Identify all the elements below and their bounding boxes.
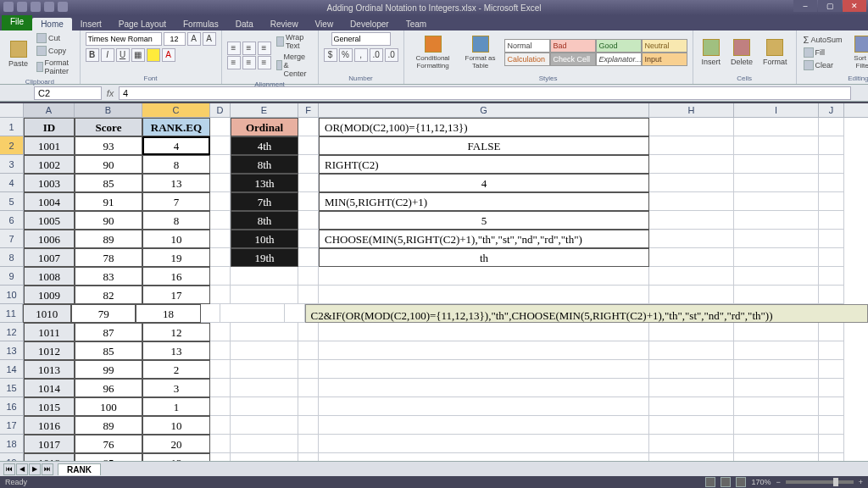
qat-icon[interactable] bbox=[44, 2, 54, 12]
cell[interactable] bbox=[231, 397, 298, 416]
cell[interactable] bbox=[210, 267, 231, 286]
formula-input[interactable] bbox=[119, 86, 851, 100]
font-size-select[interactable] bbox=[164, 32, 186, 46]
tab-developer[interactable]: Developer bbox=[342, 18, 398, 30]
cell[interactable] bbox=[319, 341, 649, 360]
row-header[interactable]: 15 bbox=[0, 379, 24, 397]
sheet-last-button[interactable]: ⏭ bbox=[42, 463, 53, 475]
cell[interactable] bbox=[210, 118, 231, 136]
cell[interactable] bbox=[649, 248, 734, 267]
cell[interactable] bbox=[734, 360, 819, 379]
cell-formula[interactable]: CHOOSE(MIN(5,RIGHT(C2)+1),"th","st","nd"… bbox=[319, 230, 649, 248]
cell-id[interactable]: 1006 bbox=[24, 230, 75, 248]
cell[interactable] bbox=[298, 341, 319, 360]
cell[interactable] bbox=[231, 379, 298, 397]
cell-rank[interactable]: 8 bbox=[142, 155, 210, 174]
row-header[interactable]: 12 bbox=[0, 323, 24, 341]
row-header[interactable]: 17 bbox=[0, 416, 24, 435]
column-header-g[interactable]: G bbox=[319, 103, 649, 117]
zoom-in-button[interactable]: + bbox=[859, 478, 863, 486]
fill-button[interactable]: Fill bbox=[802, 47, 844, 58]
cell[interactable] bbox=[231, 267, 298, 286]
cell-rank[interactable]: 4 bbox=[142, 136, 210, 155]
zoom-out-button[interactable]: − bbox=[776, 478, 780, 486]
cell[interactable] bbox=[319, 435, 649, 453]
row-header[interactable]: 11 bbox=[0, 304, 23, 323]
cell-ordinal[interactable]: 8th bbox=[231, 155, 298, 174]
cell[interactable] bbox=[819, 118, 844, 136]
cell-score[interactable]: 90 bbox=[75, 211, 142, 230]
cell[interactable] bbox=[298, 136, 319, 155]
cell[interactable] bbox=[319, 416, 649, 435]
cell[interactable] bbox=[734, 435, 819, 453]
cell-formula[interactable]: 5 bbox=[319, 211, 649, 230]
cell-score[interactable]: 99 bbox=[75, 360, 142, 379]
sheet-next-button[interactable]: ▶ bbox=[29, 463, 41, 475]
cell-id[interactable]: 1013 bbox=[24, 360, 75, 379]
cell-score[interactable]: 91 bbox=[75, 192, 142, 211]
cell[interactable] bbox=[210, 174, 231, 192]
redo-icon[interactable] bbox=[31, 2, 41, 12]
header-score[interactable]: Score bbox=[75, 118, 142, 136]
cell-id[interactable]: 1004 bbox=[24, 192, 75, 211]
cell-formula[interactable]: MIN(5,RIGHT(C2)+1) bbox=[319, 192, 649, 211]
column-header-i[interactable]: I bbox=[734, 103, 819, 117]
undo-icon[interactable] bbox=[17, 2, 27, 12]
font-color-button[interactable]: A bbox=[162, 48, 175, 62]
cell[interactable] bbox=[649, 118, 734, 136]
save-icon[interactable] bbox=[3, 2, 14, 12]
cell-rank[interactable]: 10 bbox=[142, 230, 210, 248]
cell[interactable] bbox=[210, 323, 231, 341]
cell-ordinal[interactable]: 19th bbox=[231, 248, 298, 267]
maximize-button[interactable]: ▢ bbox=[818, 0, 842, 12]
cell-score[interactable]: 82 bbox=[75, 286, 142, 304]
cell-rank[interactable]: 19 bbox=[142, 248, 210, 267]
cell[interactable] bbox=[231, 435, 298, 453]
cell-score[interactable]: 89 bbox=[75, 416, 142, 435]
style-bad[interactable]: Bad bbox=[550, 39, 596, 53]
cell[interactable] bbox=[210, 379, 231, 397]
currency-button[interactable]: $ bbox=[324, 48, 337, 62]
column-header-h[interactable]: H bbox=[649, 103, 734, 117]
cell[interactable] bbox=[734, 379, 819, 397]
cell[interactable] bbox=[210, 136, 231, 155]
cell-rank[interactable]: 13 bbox=[142, 341, 210, 360]
cell[interactable] bbox=[319, 286, 649, 304]
cell-id[interactable]: 1016 bbox=[24, 416, 75, 435]
tab-page-layout[interactable]: Page Layout bbox=[110, 18, 175, 30]
row-header[interactable]: 1 bbox=[0, 118, 24, 136]
cell-id[interactable]: 1007 bbox=[24, 248, 75, 267]
copy-button[interactable]: Copy bbox=[35, 45, 75, 57]
shrink-font-button[interactable]: A bbox=[203, 32, 216, 46]
row-header[interactable]: 14 bbox=[0, 360, 24, 379]
underline-button[interactable]: U bbox=[116, 48, 130, 62]
align-middle-button[interactable]: ≡ bbox=[242, 42, 256, 55]
cell[interactable] bbox=[298, 379, 319, 397]
cell[interactable] bbox=[231, 360, 298, 379]
decrease-decimal-button[interactable]: .0 bbox=[385, 48, 398, 62]
number-format-select[interactable] bbox=[331, 32, 391, 46]
cell-ordinal[interactable]: 10th bbox=[231, 230, 298, 248]
cell[interactable] bbox=[819, 211, 844, 230]
cell[interactable] bbox=[298, 192, 319, 211]
cell-score[interactable]: 76 bbox=[75, 435, 142, 453]
cell-id[interactable]: 1011 bbox=[24, 323, 75, 341]
cell[interactable] bbox=[298, 323, 319, 341]
cell[interactable] bbox=[210, 416, 231, 435]
cell[interactable] bbox=[210, 230, 231, 248]
cell-rank[interactable]: 3 bbox=[142, 379, 210, 397]
cell-score[interactable]: 78 bbox=[75, 248, 142, 267]
cell-score[interactable]: 96 bbox=[75, 379, 142, 397]
column-header-d[interactable]: D bbox=[210, 103, 231, 117]
cell[interactable] bbox=[649, 286, 734, 304]
tab-team[interactable]: Team bbox=[398, 18, 435, 30]
cell-rank[interactable]: 12 bbox=[142, 323, 210, 341]
cell[interactable] bbox=[734, 341, 819, 360]
cell[interactable] bbox=[819, 192, 844, 211]
cell-id[interactable]: 1003 bbox=[24, 174, 75, 192]
align-left-button[interactable]: ≡ bbox=[227, 56, 241, 69]
align-right-button[interactable]: ≡ bbox=[258, 56, 271, 69]
cell[interactable] bbox=[649, 435, 734, 453]
cell[interactable] bbox=[819, 397, 844, 416]
row-header[interactable]: 19 bbox=[0, 453, 24, 461]
